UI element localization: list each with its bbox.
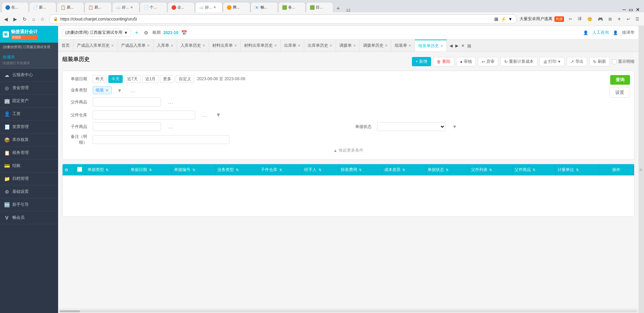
game-tool[interactable]: 🎮 [596, 16, 605, 22]
audit-button[interactable]: ● 审核 [456, 57, 476, 66]
delete-button[interactable]: 🗑 删除 [433, 57, 454, 66]
date-btn-today[interactable]: 今天 [108, 75, 123, 83]
date-btn-more[interactable]: 更多 [160, 75, 174, 83]
th-business-type[interactable]: 业务类型 ⇅ [215, 164, 259, 175]
browser-tab-7[interactable]: 🔴 企... [167, 2, 195, 12]
tabs-close-all-btn[interactable]: ✕ [460, 42, 466, 49]
tabs-next-btn[interactable]: ▶ [454, 42, 460, 49]
doc-tab-out-history-close[interactable]: ✕ [330, 44, 332, 47]
home-button[interactable]: ⌂ [31, 15, 36, 23]
th-handler[interactable]: 经手人 ⇅ [302, 164, 338, 175]
browser-tab-12[interactable]: 🟩 目... [306, 2, 333, 12]
doc-tab-out-order[interactable]: 出库单 ✕ [281, 40, 304, 52]
doc-tab-out-history[interactable]: 出库单历史 ✕ [304, 40, 336, 52]
th-disassemble-fee[interactable]: 拆装费用 ⇅ [338, 164, 382, 175]
doc-tab-product-in-history-close[interactable]: ✕ [111, 44, 114, 47]
qr-icon[interactable]: ⊞ [494, 16, 498, 22]
doc-tab-product-in-history[interactable]: 产成品入库单历史 ✕ [73, 40, 118, 52]
parent-warehouse-input[interactable] [93, 111, 195, 119]
refresh-button[interactable]: ↻ [21, 15, 28, 23]
collapse-bar[interactable]: ▲ 收起更多条件 [67, 145, 630, 155]
doc-tab-in-history[interactable]: 入库单历史 ✕ [177, 40, 209, 52]
doc-tab-home[interactable]: 首页 [58, 40, 73, 52]
favorites-title[interactable]: 收藏夹 [3, 54, 55, 60]
maximize-btn[interactable]: ▭ [629, 7, 633, 12]
date-btn-yesterday[interactable]: 昨天 [93, 75, 107, 83]
order-status-select[interactable] [377, 122, 445, 131]
th-parent-goods[interactable]: 父件商品 ⇅ [512, 164, 555, 175]
doc-tab-product-in-close[interactable]: ✕ [147, 44, 150, 47]
add-company-btn[interactable]: + [134, 28, 139, 37]
doc-tab-out-order-close[interactable]: ✕ [298, 44, 300, 47]
address-bar[interactable]: 🔒 https://cloud.chanjet.com/accounting/u… [49, 14, 517, 24]
notes-input[interactable] [93, 135, 229, 144]
undo-tool[interactable]: ↩ [625, 16, 632, 22]
new-tab-button[interactable]: + [334, 5, 343, 12]
order-status-dropdown-icon[interactable]: ▼ [452, 124, 457, 129]
abandon-button[interactable]: ↩ 弃审 [478, 57, 498, 66]
browser-tab-5[interactable]: ☁️ 好... ✕ [112, 2, 139, 12]
translate-tool[interactable]: 译 [576, 15, 584, 23]
calendar-icon[interactable]: 📅 [181, 30, 187, 35]
filter-settings-button[interactable]: 设置 [609, 87, 630, 98]
right-panel-toggle[interactable]: ▷ [639, 26, 644, 313]
browser-tab-1[interactable]: 🔵 在... [1, 2, 29, 12]
th-child-warehouse[interactable]: 子件仓库 ⇅ [259, 164, 302, 175]
doc-tab-assemble-close[interactable]: ✕ [353, 44, 356, 47]
doc-tab-kit-close[interactable]: ✕ [408, 44, 411, 47]
date-btn-7days[interactable]: 近7天 [124, 75, 141, 83]
bookmark-button[interactable]: ☆ [39, 15, 46, 23]
sidebar-item-checkout[interactable]: 💳 结账 [0, 159, 58, 172]
parent-warehouse-dropdown[interactable]: ▼ [216, 112, 221, 118]
doc-tab-assemble-history-close[interactable]: ✕ [385, 44, 388, 47]
sidebar-item-invoice[interactable]: 🧾 发票管理 [0, 120, 58, 133]
th-cost-diff[interactable]: 成本差异 ⇅ [382, 164, 425, 175]
doc-tab-kit-history-close[interactable]: ✕ [440, 44, 443, 48]
doc-tab-material-out[interactable]: 材料出库单 ✕ [209, 40, 241, 52]
browser-tab-6[interactable]: 📄 个... [140, 2, 167, 12]
address-dropdown-icon[interactable]: ▼ [508, 17, 512, 22]
tabs-menu-btn[interactable]: ▤ [466, 42, 472, 49]
child-goods-more-btn[interactable]: … [168, 124, 173, 130]
select-all-checkbox[interactable] [77, 167, 82, 172]
parent-goods-more-btn[interactable]: … [168, 99, 173, 105]
export-button[interactable]: ↗ 导出 [567, 57, 587, 66]
sidebar-item-tax[interactable]: 📋 税务管理 [0, 146, 58, 159]
browser-tab-9[interactable]: 🟠 腾... [223, 2, 250, 12]
scrollbar-track[interactable] [59, 310, 637, 312]
doc-tab-kit[interactable]: 组装单 ✕ [391, 40, 415, 52]
sidebar-item-cloud-report[interactable]: ☁ 云报表中心 [0, 69, 58, 82]
column-settings-icon[interactable]: ⚙ [65, 168, 68, 172]
tab-close-8[interactable]: ✕ [213, 5, 216, 9]
browser-tab-8[interactable]: ☁️ 好... ✕ [195, 2, 223, 12]
sidebar-item-fund[interactable]: ◎ 资金管理 [0, 82, 58, 95]
recalculate-button[interactable]: ↻ 重新计算成本 [500, 57, 537, 66]
th-settings[interactable]: ⚙ [63, 164, 75, 175]
query-button[interactable]: 查询 [610, 75, 630, 85]
browser-tab-10[interactable]: 📧 畅... [251, 2, 278, 12]
browser-tab-11[interactable]: 🟩 各... [278, 2, 306, 12]
doc-tab-kit-history[interactable]: 组装单历史 ✕ [415, 40, 447, 52]
company-selector[interactable]: (勿删勿禁用) 江西服宝测试专用 ▼ [62, 29, 131, 37]
doc-tab-in-order[interactable]: 入库单 ✕ [153, 40, 177, 52]
th-parent-list[interactable]: 父件列表 ⇅ [469, 164, 512, 175]
parent-warehouse-more-btn[interactable]: … [202, 112, 207, 118]
settings-gear-btn[interactable]: ⚙ [143, 29, 150, 37]
browser-tab-4[interactable]: 📋 易... [84, 2, 112, 12]
doc-tab-material-out-history[interactable]: 材料出库单历史 ✕ [241, 40, 281, 52]
child-goods-input[interactable] [93, 122, 161, 131]
browser-tab-2[interactable]: 📄 新... [29, 2, 56, 12]
scissor-tool[interactable]: ✂ [567, 16, 574, 22]
th-check[interactable] [75, 164, 85, 175]
minimize-btn[interactable]: ─ [622, 7, 626, 12]
th-order-no[interactable]: 单据编号 ⇅ [172, 164, 215, 175]
scrollbar-area[interactable] [58, 309, 639, 313]
add-button[interactable]: + 新增 [412, 57, 431, 66]
tabs-prev-btn[interactable]: ◀ [448, 42, 454, 49]
sidebar-item-archive[interactable]: 📁 归档管理 [0, 172, 58, 185]
th-order-type[interactable]: 单据类型 ⇅ [85, 164, 129, 175]
sidebar-item-member[interactable]: V 畅会员 [0, 211, 58, 224]
forward-button[interactable]: ▶ [12, 15, 18, 23]
doc-tab-material-out-close[interactable]: ✕ [234, 44, 237, 47]
menu-tool[interactable]: ☰ [633, 16, 641, 22]
